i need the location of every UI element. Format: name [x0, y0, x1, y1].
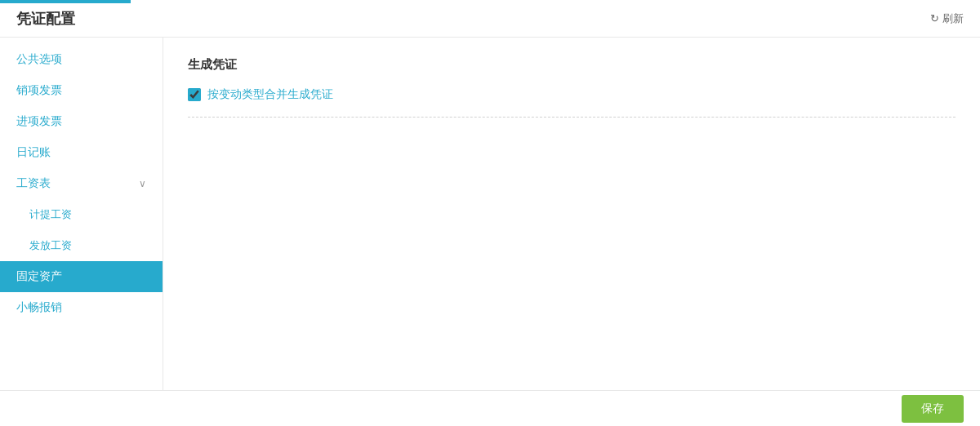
chevron-down-icon: ∨ — [139, 178, 146, 189]
section-title: 生成凭证 — [188, 57, 956, 73]
footer: 保存 — [0, 390, 980, 426]
sidebar-item-label: 发放工资 — [29, 238, 72, 253]
sidebar-item-sales-invoice[interactable]: 销项发票 — [0, 75, 163, 106]
refresh-button[interactable]: ↻ 刷新 — [930, 11, 964, 26]
merge-by-type-checkbox[interactable] — [188, 88, 201, 101]
top-accent-bar — [0, 0, 131, 3]
checkbox-row: 按变动类型合并生成凭证 — [188, 87, 956, 102]
main-container: 公共选项 销项发票 进项发票 日记账 工资表 ∨ 计提工资 发放工资 固定资产 … — [0, 38, 980, 390]
sidebar-item-label: 销项发票 — [16, 83, 62, 98]
refresh-label: 刷新 — [942, 11, 964, 26]
sidebar-item-label: 计提工资 — [29, 207, 72, 222]
section-divider — [188, 117, 956, 118]
sidebar-item-label: 固定资产 — [16, 269, 62, 284]
sidebar-item-label: 小畅报销 — [16, 300, 62, 315]
sidebar-item-label: 进项发票 — [16, 114, 62, 129]
header: 凭证配置 ↻ 刷新 — [0, 0, 980, 38]
checkbox-label[interactable]: 按变动类型合并生成凭证 — [207, 87, 333, 102]
sidebar-item-label: 工资表 — [16, 176, 51, 191]
sidebar-item-label: 日记账 — [16, 145, 51, 160]
sidebar-item-fixed-assets[interactable]: 固定资产 — [0, 261, 163, 292]
sidebar-item-pay-salary[interactable]: 发放工资 — [0, 230, 163, 261]
sidebar-item-expense[interactable]: 小畅报销 — [0, 292, 163, 323]
sidebar-item-label: 公共选项 — [16, 52, 62, 67]
content-area: 生成凭证 按变动类型合并生成凭证 — [163, 38, 980, 390]
sidebar-item-calc-salary[interactable]: 计提工资 — [0, 199, 163, 230]
refresh-icon: ↻ — [930, 12, 939, 24]
sidebar-item-purchase-invoice[interactable]: 进项发票 — [0, 106, 163, 137]
sidebar-item-journal[interactable]: 日记账 — [0, 137, 163, 168]
page-title: 凭证配置 — [16, 9, 75, 29]
save-button[interactable]: 保存 — [902, 395, 964, 423]
sidebar-item-payroll-table[interactable]: 工资表 ∨ — [0, 168, 163, 199]
sidebar-item-public-options[interactable]: 公共选项 — [0, 44, 163, 75]
sidebar: 公共选项 销项发票 进项发票 日记账 工资表 ∨ 计提工资 发放工资 固定资产 … — [0, 38, 163, 390]
